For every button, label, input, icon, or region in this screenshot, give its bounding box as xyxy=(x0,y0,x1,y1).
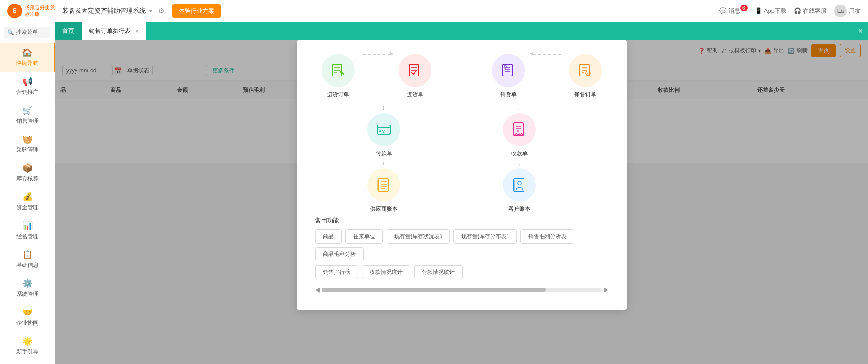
sidebar-item-operations[interactable]: 📊 经营管理 xyxy=(0,216,55,245)
system-icon: ⚙️ xyxy=(22,278,33,288)
scroll-track[interactable] xyxy=(322,288,602,292)
sales-icon: 🛒 xyxy=(22,105,33,115)
supplier-ledger-icon xyxy=(367,168,400,201)
func-btn-sales-profit[interactable]: 销售毛利分析表 xyxy=(520,229,574,244)
func-buttons-row-2: 销售排行榜 收款情况统计 付款情况统计 xyxy=(315,265,608,279)
sidebar-item-marketing[interactable]: 📢 营销推广 xyxy=(0,72,55,101)
purchase-receipt-icon xyxy=(399,54,431,87)
purchase-order-label: 进货订单 xyxy=(327,91,349,98)
flow-node-supplier-ledger[interactable]: 供应商账本 xyxy=(361,168,407,213)
func-btn-customer-supplier[interactable]: 往来单位 xyxy=(345,229,383,244)
settings-icon[interactable]: ⚙ xyxy=(156,5,167,16)
sales-order-label: 销售订单 xyxy=(574,91,596,98)
tab-bar-close-icon[interactable]: × xyxy=(858,27,863,35)
search-icon: 🔍 xyxy=(7,29,14,36)
sidebar-item-beginner[interactable]: 🌟 新手引导 xyxy=(0,331,55,360)
tab-home[interactable]: 首页 xyxy=(55,22,82,40)
svg-point-34 xyxy=(518,181,521,185)
page-content: ❓ 帮助 🖨 按模板打印 ▾ 📤 导出 🔄 刷新 xyxy=(55,40,868,364)
arrow-down-3: ↓ xyxy=(382,159,385,167)
top-bar: 6 畅康通好生意 标准版 装备及固定资产辅助管理系统 ▾ ⚙ 体验行业方案 💬 … xyxy=(0,0,868,22)
message-badge: 6 xyxy=(740,5,748,11)
app-download-label: App下载 xyxy=(764,7,786,15)
func-btn-product-profit[interactable]: 商品毛利分析 xyxy=(315,247,364,261)
home-icon: 🏠 xyxy=(22,48,32,58)
flow-node-sales-receipt[interactable]: 销货单 xyxy=(486,54,531,98)
dropdown-arrow-icon[interactable]: ▾ xyxy=(149,8,152,14)
flow-node-sales-order[interactable]: $ 销售订单 xyxy=(562,54,608,98)
svg-point-20 xyxy=(379,130,381,132)
svg-text:$: $ xyxy=(587,72,589,76)
sidebar-item-system[interactable]: ⚙️ 系统管理 xyxy=(0,274,55,303)
user-action[interactable]: Ea 用友 xyxy=(834,5,861,17)
flow-node-customer-ledger[interactable]: 客户账本 xyxy=(497,168,542,213)
sidebar-item-purchase[interactable]: 🧺 采购管理 xyxy=(0,130,55,158)
content-area: 首页 销售订单执行表 × × ❓ 帮助 🖨 按 xyxy=(55,22,868,364)
scroll-right-icon[interactable]: ▶ xyxy=(604,286,608,293)
sidebar-item-inventory[interactable]: 📦 库存核算 xyxy=(0,158,55,187)
tab-sales-order[interactable]: 销售订单执行表 × xyxy=(82,22,146,40)
func-buttons-row-1: 商品 往来单位 现存量(库存状况表) 现存量(库存分布表) 销售毛利分析表 商品… xyxy=(315,229,608,261)
tab-close-icon[interactable]: × xyxy=(135,27,139,35)
sidebar-item-sales[interactable]: 🛒 销售管理 xyxy=(0,101,55,130)
supplier-ledger-label: 供应商账本 xyxy=(370,205,398,213)
svg-rect-11 xyxy=(504,65,506,68)
service-icon: 🎧 xyxy=(794,7,801,14)
sales-order-icon: $ xyxy=(569,54,602,87)
func-btn-receipt-stats[interactable]: 收款情况统计 xyxy=(362,265,410,279)
sidebar-item-quick-nav[interactable]: 🏠 快捷导航 xyxy=(0,43,55,72)
basic-info-icon: 📋 xyxy=(22,250,33,260)
payment-label: 付款单 xyxy=(376,150,392,158)
arrow-down-1: ↓ xyxy=(382,104,385,111)
message-action[interactable]: 💬 消息 6 xyxy=(719,7,748,15)
user-label: 用友 xyxy=(849,7,861,15)
sidebar-search[interactable]: 🔍 搜索菜单 xyxy=(0,22,55,43)
online-service-label: 在线客服 xyxy=(803,7,827,15)
customer-ledger-icon xyxy=(503,168,536,201)
flow-node-payment[interactable]: ¥ 付款单 xyxy=(361,113,407,158)
scroll-left-icon[interactable]: ◀ xyxy=(315,286,320,293)
svg-rect-33 xyxy=(513,179,515,190)
logo-icon: 6 xyxy=(7,4,22,18)
receipt-icon: ¥ xyxy=(503,113,536,146)
message-label: 消息 xyxy=(728,7,740,15)
svg-rect-22 xyxy=(378,179,388,191)
sidebar-item-enterprise[interactable]: 🤝 企业协同 xyxy=(0,303,55,331)
modal-content: 进货订单 xyxy=(297,40,627,310)
common-functions-title: 常用功能 xyxy=(315,217,608,225)
flow-node-purchase-receipt[interactable]: 进货单 xyxy=(392,54,438,98)
purchase-order-icon xyxy=(322,54,355,87)
search-menu-btn[interactable]: 🔍 搜索菜单 xyxy=(4,27,51,38)
sales-receipt-label: 销货单 xyxy=(500,91,517,98)
system-title: 装备及固定资产辅助管理系统 xyxy=(62,7,146,15)
func-btn-sales-rank[interactable]: 销售排行榜 xyxy=(315,265,358,279)
payment-icon: ¥ xyxy=(367,113,400,146)
finance-icon: 💰 xyxy=(22,192,33,202)
arrow-2-icon xyxy=(533,54,561,55)
modal-overlay[interactable]: 进货订单 xyxy=(55,40,868,364)
experience-btn[interactable]: 体验行业方案 xyxy=(172,4,221,18)
sidebar-item-basic-info[interactable]: 📋 基础信息 xyxy=(0,245,55,274)
inventory-icon: 📦 xyxy=(22,163,33,173)
func-btn-payment-stats[interactable]: 付款情况统计 xyxy=(414,265,463,279)
svg-text:¥: ¥ xyxy=(382,130,385,134)
top-right-actions: 💬 消息 6 📱 App下载 🎧 在线客服 Ea 用友 xyxy=(719,5,861,17)
enterprise-icon: 🤝 xyxy=(22,307,33,317)
app-download-action[interactable]: 📱 App下载 xyxy=(755,7,786,15)
online-service-action[interactable]: 🎧 在线客服 xyxy=(794,7,827,15)
download-icon: 📱 xyxy=(755,7,762,14)
sidebar-item-finance[interactable]: 💰 资金管理 xyxy=(0,187,55,216)
receipt-label: 收款单 xyxy=(511,150,528,158)
flow-node-purchase-order[interactable]: 进货订单 xyxy=(315,54,361,98)
func-btn-inventory-status[interactable]: 现存量(库存状况表) xyxy=(387,229,450,244)
common-functions: 常用功能 商品 往来单位 现存量(库存状况表) 现存量(库存分布表) 销售毛利分… xyxy=(315,217,608,279)
operations-icon: 📊 xyxy=(22,221,33,231)
sidebar: 🔍 搜索菜单 🏠 快捷导航 📢 营销推广 🛒 销售管理 🧺 采购管理 xyxy=(0,22,55,364)
func-btn-product[interactable]: 商品 xyxy=(315,229,342,244)
arrow-1-icon xyxy=(363,54,390,55)
func-btn-inventory-dist[interactable]: 现存量(库存分布表) xyxy=(453,229,517,244)
flow-node-receipt[interactable]: ¥ 收款单 xyxy=(497,113,542,158)
customer-ledger-label: 客户账本 xyxy=(508,205,530,213)
sales-receipt-icon xyxy=(492,54,525,87)
avatar: Ea xyxy=(834,5,847,17)
